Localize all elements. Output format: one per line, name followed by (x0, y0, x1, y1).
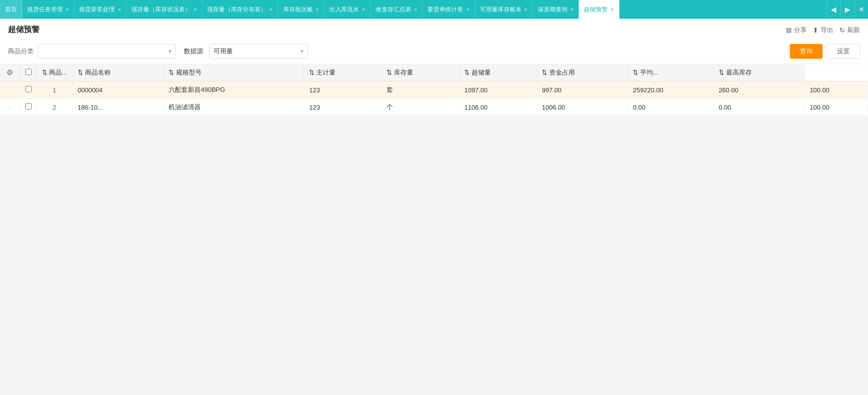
th-max[interactable]: ⇅ 最高库存 (713, 64, 804, 81)
nav-item-summary[interactable]: 收发存汇总表 × (371, 0, 423, 19)
nav-item-batch[interactable]: 库存批次账 × (278, 0, 324, 19)
nav-close-button[interactable]: ✕ (854, 0, 868, 19)
gear-icon[interactable]: ⚙ (6, 68, 13, 77)
th-over[interactable]: ⇅ 超储量 (459, 64, 537, 81)
row-checkbox-cell (20, 81, 37, 99)
datasource-filter-group: 数据源 可用量 ▾ (184, 44, 308, 59)
row-over: 1006.00 (537, 99, 628, 116)
nav-item-exception[interactable]: 拣货异常处理 × (74, 0, 126, 19)
row-index: 1 (37, 81, 72, 99)
row-capital: 259220.00 (628, 81, 713, 99)
close-icon[interactable]: × (524, 7, 527, 12)
th-checkbox (20, 64, 37, 81)
close-icon[interactable]: × (362, 7, 365, 12)
table-row: · 2 186-10... 机油滤清器 123 个 1106.00 1006.0… (0, 99, 868, 116)
th-name[interactable]: ⇅ 商品名称 (72, 64, 163, 81)
chevron-down-icon: ▾ (169, 48, 172, 55)
row-checkbox-cell (20, 99, 37, 116)
row-capital: 0.00 (628, 99, 713, 116)
row-over: 997.00 (537, 81, 628, 99)
table-row: · 1 0000004 六配套新昌490BPG 123 套 1097.00 99… (0, 81, 868, 99)
row-name: 机油滤清器 (164, 99, 304, 116)
category-select[interactable]: ▾ (38, 44, 176, 59)
close-icon[interactable]: × (466, 7, 469, 12)
refresh-icon: ↻ (839, 26, 845, 34)
row-settings-cell: · (0, 99, 20, 116)
row-avg: 260.00 (713, 81, 804, 99)
category-label: 商品分类 (8, 47, 34, 56)
data-table-container: ⚙ ⇅ 商品... ⇅ 商品名称 ⇅ 规格型号 ⇅ 主计量 ⇅ (0, 64, 868, 116)
close-icon[interactable]: × (316, 7, 319, 12)
overstock-table: ⚙ ⇅ 商品... ⇅ 商品名称 ⇅ 规格型号 ⇅ 主计量 ⇅ (0, 64, 868, 116)
row-unit: 套 (382, 81, 459, 99)
chevron-down-icon: ▾ (301, 48, 304, 55)
close-icon[interactable]: × (66, 7, 69, 12)
row-unit: 个 (382, 99, 459, 116)
row-code: 0000004 (72, 81, 163, 99)
page-title: 超储预警 (8, 25, 40, 35)
row-stock: 1106.00 (459, 99, 537, 116)
th-spec[interactable]: ⇅ 规格型号 (164, 64, 304, 81)
page-header: 超储预警 ⊠ 分享 ⬆ 导出 ↻ 刷新 (0, 19, 868, 39)
datasource-select[interactable]: 可用量 ▾ (209, 44, 308, 59)
nav-item-overstock[interactable]: 超储预警 × (579, 0, 619, 19)
th-capital[interactable]: ⇅ 资金占用 (537, 64, 628, 81)
nav-item-available[interactable]: 可用量库存账本 × (475, 0, 533, 19)
close-icon[interactable]: × (269, 7, 272, 12)
row-spec: 123 (304, 81, 382, 99)
row-checkbox[interactable] (25, 86, 32, 92)
nav-prev-button[interactable]: ◀ (826, 0, 840, 19)
th-stock[interactable]: ⇅ 库存量 (382, 64, 459, 81)
export-button[interactable]: ⬆ 导出 (813, 26, 833, 35)
nav-next-button[interactable]: ▶ (840, 0, 854, 19)
share-button[interactable]: ⊠ 分享 (786, 26, 807, 35)
row-spec: 123 (304, 99, 382, 116)
category-filter-group: 商品分类 ▾ (8, 44, 176, 59)
nav-item-task[interactable]: 拣货任务管理 × (22, 0, 74, 19)
select-all-checkbox[interactable] (25, 69, 32, 75)
row-max: 100.00 (805, 99, 868, 116)
row-avg: 0.00 (713, 99, 804, 116)
row-max: 100.00 (805, 81, 868, 99)
filter-bar: 商品分类 ▾ 数据源 可用量 ▾ 查询 设置 (0, 39, 868, 64)
nav-arrows: ◀ ▶ ✕ (826, 0, 868, 19)
share-icon: ⊠ (786, 26, 792, 34)
row-name: 六配套新昌490BPG (164, 81, 304, 99)
nav-item-home[interactable]: 首页 (0, 0, 22, 19)
row-stock: 1097.00 (459, 81, 537, 99)
close-icon[interactable]: × (118, 7, 121, 12)
th-settings: ⚙ (0, 64, 20, 81)
row-checkbox[interactable] (25, 103, 32, 110)
row-settings-cell: · (0, 81, 20, 99)
nav-item-expiry[interactable]: 保质期查询 × (533, 0, 579, 19)
close-icon[interactable]: × (414, 7, 417, 12)
settings-button[interactable]: 设置 (826, 44, 860, 59)
th-code[interactable]: ⇅ 商品... (37, 64, 72, 81)
th-unit[interactable]: ⇅ 主计量 (304, 64, 382, 81)
nav-item-stock-status[interactable]: 现存量（库存状况表） × (127, 0, 202, 19)
datasource-label: 数据源 (184, 47, 203, 56)
table-header-row: ⚙ ⇅ 商品... ⇅ 商品名称 ⇅ 规格型号 ⇅ 主计量 ⇅ (0, 64, 868, 81)
nav-item-flow[interactable]: 出入库流水 × (324, 0, 370, 19)
header-actions: ⊠ 分享 ⬆ 导出 ↻ 刷新 (786, 26, 860, 35)
refresh-button[interactable]: ↻ 刷新 (839, 26, 860, 35)
th-avg[interactable]: ⇅ 平均... (628, 64, 713, 81)
export-icon: ⬆ (813, 26, 819, 34)
nav-item-stock-dist[interactable]: 现存量（库存分布表） × (202, 0, 278, 19)
close-icon[interactable]: × (194, 7, 197, 12)
nav-item-order-stat[interactable]: 要货单统计表 × (423, 0, 475, 19)
query-button[interactable]: 查询 (790, 44, 823, 59)
row-code: 186-10... (72, 99, 163, 116)
top-navigation: 首页 拣货任务管理 × 拣货异常处理 × 现存量（库存状况表） × 现存量（库存… (0, 0, 868, 19)
close-icon[interactable]: × (610, 7, 613, 12)
filter-action-buttons: 查询 设置 (790, 44, 860, 59)
row-index: 2 (37, 99, 72, 116)
close-icon[interactable]: × (570, 7, 573, 12)
